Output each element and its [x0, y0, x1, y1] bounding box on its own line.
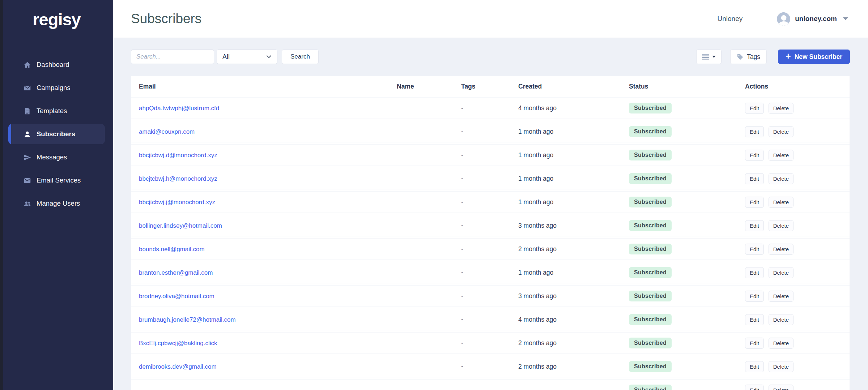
delete-button[interactable]: Delete [769, 220, 793, 231]
tags-cell: - [454, 245, 511, 253]
created-cell: 1 month ago [511, 128, 621, 136]
filter-select[interactable]: All [217, 50, 277, 64]
tags-button[interactable]: Tags [730, 50, 767, 64]
toolbar-right: Tags + New Subscriber [696, 50, 850, 64]
main-area: Subscribers Unioney unioney.com All [113, 0, 868, 390]
edit-button[interactable]: Edit [745, 197, 764, 208]
created-cell: 2 months ago [511, 363, 621, 370]
list-menu-icon [702, 54, 709, 60]
status-badge: Subscribed [629, 361, 672, 372]
edit-button[interactable]: Edit [745, 314, 764, 325]
edit-button[interactable]: Edit [745, 385, 764, 390]
table-row: Subscribed Edit Delete [131, 379, 850, 390]
created-cell: 1 month ago [511, 151, 621, 159]
account-name: Unioney [718, 15, 743, 23]
sidebar-item-label: Email Services [37, 176, 81, 184]
subscriber-email-link[interactable]: bbcjtcbwj.h@monochord.xyz [139, 175, 217, 182]
subscriber-email-link[interactable]: bbcjtcbwj.d@monochord.xyz [139, 152, 217, 159]
account-domain-menu[interactable]: unioney.com [795, 15, 837, 23]
created-cell: 3 months ago [511, 292, 621, 300]
created-cell: 4 months ago [511, 104, 621, 112]
edit-button[interactable]: Edit [745, 361, 764, 372]
table-row: ahpQda.twtwphj@lustrum.cfd - 4 months ag… [131, 97, 850, 119]
tags-cell: - [454, 175, 511, 183]
content: All Search [113, 38, 868, 390]
users-icon [23, 200, 31, 207]
subscriber-email-link[interactable]: bollinger.lindsey@hotmail.com [139, 222, 222, 229]
edit-button[interactable]: Edit [745, 267, 764, 278]
sidebar-item-manage-users[interactable]: Manage Users [0, 192, 113, 215]
status-badge: Subscribed [629, 126, 672, 137]
account-area: Unioney unioney.com [718, 12, 848, 26]
column-header-created: Created [511, 83, 621, 90]
subscriber-email-link[interactable]: ahpQda.twtwphj@lustrum.cfd [139, 105, 219, 112]
delete-button[interactable]: Delete [769, 244, 793, 255]
subscriber-email-link[interactable]: demibrooks.dev@gmail.com [139, 363, 217, 370]
edit-button[interactable]: Edit [745, 173, 764, 184]
edit-button[interactable]: Edit [745, 150, 764, 161]
sidebar-item-label: Dashboard [37, 61, 69, 69]
caret-down-icon[interactable] [843, 17, 848, 20]
delete-button[interactable]: Delete [769, 361, 793, 372]
file-icon [23, 107, 31, 115]
delete-button[interactable]: Delete [769, 103, 793, 114]
search-input[interactable] [131, 50, 214, 64]
delete-button[interactable]: Delete [769, 314, 793, 325]
user-icon [23, 130, 31, 138]
search-button[interactable]: Search [282, 50, 319, 64]
subscriber-email-link[interactable]: brodney.oliva@hotmail.com [139, 293, 214, 300]
edit-button[interactable]: Edit [745, 291, 764, 302]
sidebar-item-messages[interactable]: Messages [0, 146, 113, 169]
subscriber-email-link[interactable]: brumbaugh.jonelle72@hotmail.com [139, 316, 236, 323]
edit-button[interactable]: Edit [745, 103, 764, 114]
subscriber-email-link[interactable]: amaki@couxpn.com [139, 128, 195, 135]
delete-button[interactable]: Delete [769, 197, 793, 208]
plus-icon: + [786, 52, 791, 61]
column-header-actions: Actions [737, 83, 850, 90]
delete-button[interactable]: Delete [769, 173, 793, 184]
status-badge: Subscribed [629, 197, 672, 207]
tags-cell: - [454, 269, 511, 277]
created-cell: 2 months ago [511, 245, 621, 253]
new-subscriber-button[interactable]: + New Subscriber [778, 50, 850, 64]
sidebar-item-email-services[interactable]: Email Services [0, 169, 113, 192]
envelope-icon [23, 177, 31, 184]
subscriber-email-link[interactable]: bbcjtcbwj.j@monochord.xyz [139, 199, 215, 206]
edit-button[interactable]: Edit [745, 338, 764, 349]
paper-plane-icon [23, 154, 31, 161]
created-cell: 1 month ago [511, 175, 621, 183]
delete-button[interactable]: Delete [769, 150, 793, 161]
table-body: ahpQda.twtwphj@lustrum.cfd - 4 months ag… [131, 97, 850, 390]
delete-button[interactable]: Delete [769, 338, 793, 349]
delete-button[interactable]: Delete [769, 267, 793, 278]
sidebar-nav: Dashboard Campaigns Templates Subscriber… [0, 53, 113, 215]
window-edge [0, 0, 3, 390]
delete-button[interactable]: Delete [769, 126, 793, 137]
edit-button[interactable]: Edit [745, 126, 764, 137]
table-row: bbcjtcbwj.h@monochord.xyz - 1 month ago … [131, 168, 850, 189]
table-row: bbcjtcbwj.j@monochord.xyz - 1 month ago … [131, 191, 850, 213]
sidebar-item-templates[interactable]: Templates [0, 99, 113, 123]
table-header-row: EmailNameTagsCreatedStatusActions [131, 76, 850, 97]
status-badge: Subscribed [629, 291, 672, 301]
subscriber-email-link[interactable]: branton.esther@gmail.com [139, 269, 213, 276]
page-title: Subscribers [131, 11, 201, 26]
delete-button[interactable]: Delete [769, 291, 793, 302]
delete-button[interactable]: Delete [769, 385, 793, 390]
sidebar-item-campaigns[interactable]: Campaigns [0, 76, 113, 99]
person-avatar-icon[interactable] [777, 12, 790, 26]
subscriber-email-link[interactable]: bounds.nell@gmail.com [139, 246, 205, 253]
sidebar-item-dashboard[interactable]: Dashboard [0, 53, 113, 76]
created-cell: 1 month ago [511, 269, 621, 277]
subscriber-email-link[interactable]: BxcElj.cpbwcjj@bakling.click [139, 340, 217, 347]
list-menu-button[interactable] [696, 50, 722, 64]
edit-button[interactable]: Edit [745, 220, 764, 231]
status-badge: Subscribed [629, 244, 672, 254]
status-badge: Subscribed [629, 220, 672, 231]
edit-button[interactable]: Edit [745, 244, 764, 255]
sidebar-item-subscribers[interactable]: Subscribers [8, 124, 105, 144]
topbar: Subscribers Unioney unioney.com [113, 0, 868, 38]
table-row: bollinger.lindsey@hotmail.com - 3 months… [131, 215, 850, 236]
tags-cell: - [454, 363, 511, 370]
toolbar: All Search [131, 50, 850, 64]
